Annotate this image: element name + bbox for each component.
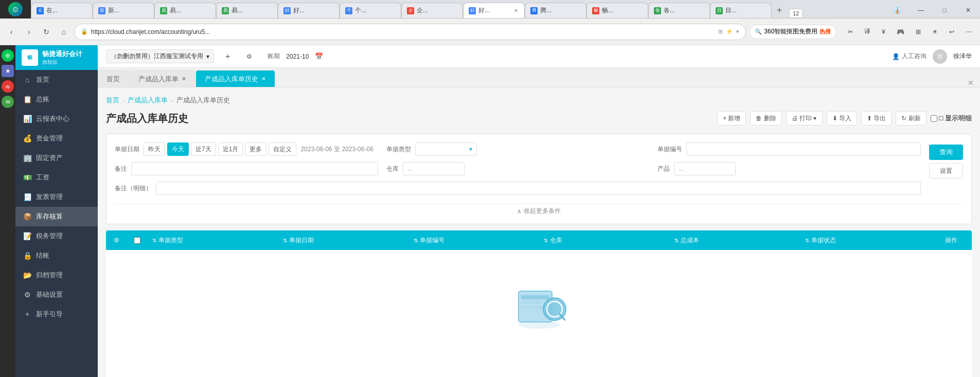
th-doc-status[interactable]: ⇅ 单据状态 [800, 236, 931, 245]
back-button[interactable]: ‹ [4, 25, 19, 39]
page-tab-home[interactable]: 首页 [98, 70, 129, 87]
minimize-button[interactable]: — [909, 3, 933, 18]
tab-t11[interactable]: 各 各... [648, 3, 710, 18]
th-checkbox[interactable] [127, 237, 147, 244]
sidebar-item-ledger[interactable]: 📋 总账 [15, 89, 98, 109]
refresh-button[interactable]: ↻ [39, 25, 54, 39]
sidebar-item-settings[interactable]: ⚙ 基础设置 [15, 285, 98, 304]
print-button[interactable]: 🖨 打印 ▾ [786, 111, 823, 125]
yuan-button[interactable]: ¥ [878, 25, 889, 39]
warehouse-select[interactable]: ... [403, 162, 465, 175]
tab-t5[interactable]: 好 好... [278, 3, 340, 18]
today-btn[interactable]: 今天 [167, 142, 189, 156]
month-btn[interactable]: 近1月 [218, 142, 243, 156]
tab-favicon-t10: 畅 [592, 7, 599, 14]
tab-t3[interactable]: 易 易... [154, 3, 216, 18]
ext-icon-4[interactable]: ✉ [2, 96, 14, 108]
sidebar-item-archive[interactable]: 📂 归档管理 [15, 265, 98, 285]
add-button[interactable]: + 新增 [717, 111, 746, 125]
remarks-detail-input[interactable] [156, 182, 921, 195]
th-doc-number[interactable]: ⇅ 单据编号 [408, 236, 539, 245]
show-col-checkbox[interactable] [931, 115, 937, 122]
theme-button[interactable]: ☀ [928, 25, 942, 39]
sidebar-item-settle[interactable]: 🔒 结账 [15, 246, 98, 265]
sidebar-item-fixed[interactable]: 🏢 固定资产 [15, 148, 98, 168]
export-button[interactable]: ⬆ 导出 [861, 111, 892, 125]
ext-icon-1[interactable]: ⊕ [2, 49, 14, 62]
week-btn[interactable]: 近7天 [191, 142, 216, 156]
th-warehouse[interactable]: ⇅ 仓库 [539, 236, 669, 245]
company-settings-button[interactable]: ⚙ [241, 49, 257, 64]
page-tab-list[interactable]: 产成品入库单 ✕ [130, 70, 195, 87]
page-tab-list-close[interactable]: ✕ [182, 76, 186, 82]
forward-button[interactable]: › [22, 25, 36, 39]
setting-button[interactable]: 设置 [929, 163, 963, 178]
maximize-button[interactable]: □ [933, 3, 956, 18]
tab-t9[interactable]: 腾 腾... [525, 3, 586, 18]
sidebar-label-fund: 资金管理 [36, 134, 63, 143]
sidebar-item-salary[interactable]: 💵 工资 [15, 168, 98, 187]
ext-icon-2[interactable]: ★ [2, 65, 14, 77]
tab-close-t8[interactable]: ✕ [513, 7, 519, 14]
settings-col-icon: ⚙ [114, 237, 119, 244]
new-tab-button[interactable]: + [772, 3, 787, 18]
tab-t6[interactable]: 个 个... [340, 3, 401, 18]
select-all-checkbox[interactable] [134, 237, 140, 244]
calendar-icon[interactable]: 📅 [315, 52, 323, 60]
doc-type-select[interactable]: ▾ [415, 142, 477, 156]
shirt-icon[interactable]: 👔 [885, 3, 909, 18]
tab-t2[interactable]: 新 新... [93, 3, 154, 18]
tab-area-close-icon[interactable]: ✕ [968, 79, 974, 87]
breadcrumb-home[interactable]: 首页 [106, 96, 119, 105]
tab-t1[interactable]: 在 在... [31, 3, 93, 18]
tab-t4[interactable]: 易 易... [216, 3, 278, 18]
sidebar-item-home[interactable]: ⌂ 首页 [15, 70, 98, 89]
more-menu-button[interactable]: ⋯ [961, 25, 976, 39]
app-sidebar: 畅 畅捷通好会计 旗舰版 ⌂ 首页 📋 总账 📊 云报表中心 [15, 45, 98, 377]
custom-btn[interactable]: 自定义 [269, 142, 296, 156]
doc-number-input[interactable] [686, 142, 921, 156]
sidebar-item-fund[interactable]: 💰 资金管理 [15, 129, 98, 148]
th-total-cost[interactable]: ⇅ 总成本 [669, 236, 800, 245]
ai-service-button[interactable]: 👤 人工咨询 [892, 52, 926, 61]
th-doc-date[interactable]: ⇅ 单据日期 [278, 236, 408, 245]
refresh-button-action[interactable]: ↻ 刷新 [896, 111, 926, 125]
product-select[interactable]: ... [674, 162, 736, 175]
page-tab-history[interactable]: 产成品入库单历史 ✕ [196, 70, 275, 87]
tab-count[interactable]: 12 [789, 9, 803, 18]
tab-t10[interactable]: 畅 畅... [586, 3, 648, 18]
breadcrumb-list[interactable]: 产成品入库单 [128, 96, 168, 105]
app-header: （勿删勿禁用）江西服宝测试专用 ▾ + ⚙ 账期 2021-10 📅 👤 人工咨… [98, 45, 980, 68]
import-button[interactable]: ⬇ 导入 [827, 111, 857, 125]
sidebar-item-inventory[interactable]: 📦 库存核算 [15, 207, 98, 226]
grid-view-button[interactable]: ⊞ [912, 25, 925, 39]
th-doc-type[interactable]: ⇅ 单据类型 [147, 236, 278, 245]
avatar-initials: 徐 [937, 52, 943, 60]
query-button[interactable]: 查询 [929, 145, 963, 160]
undo-button[interactable]: ↩ [945, 25, 958, 39]
scissors-button[interactable]: ✂ [844, 25, 857, 39]
home-button[interactable]: ⌂ [57, 25, 71, 39]
sidebar-item-tax[interactable]: 📝 税务管理 [15, 226, 98, 246]
yesterday-btn[interactable]: 昨天 [144, 142, 165, 156]
sidebar-item-guide[interactable]: ＋ 新手引导 [15, 304, 98, 324]
tab-t12[interactable]: 目 目... [710, 3, 772, 18]
th-settings[interactable]: ⚙ [106, 237, 127, 244]
tab-t7[interactable]: 企 企... [401, 3, 463, 18]
collapse-button[interactable]: ∧ 收起更多条件 [115, 203, 963, 216]
page-tab-history-close[interactable]: ✕ [261, 76, 266, 82]
smart-search-bar[interactable]: 🔍 360智能抠图免费用 热搜 [749, 25, 836, 39]
add-company-button[interactable]: + [220, 49, 235, 64]
delete-button[interactable]: 🗑 删除 [750, 111, 781, 125]
sidebar-item-invoice[interactable]: 🧾 发票管理 [15, 187, 98, 207]
address-input[interactable]: 🔒 https://cloud.chanjet.com/accounting/u… [74, 24, 746, 40]
translate-button[interactable]: 译 [860, 25, 875, 39]
ext-icon-3[interactable]: w [2, 80, 14, 93]
tab-t8[interactable]: 好 好... ✕ [463, 3, 525, 18]
game-button[interactable]: 🎮 [893, 25, 908, 39]
company-selector[interactable]: （勿删勿禁用）江西服宝测试专用 ▾ [106, 49, 214, 63]
more-btn[interactable]: 更多 [245, 142, 266, 156]
close-button[interactable]: ✕ [956, 3, 980, 18]
remarks-input[interactable] [131, 162, 378, 175]
sidebar-item-report[interactable]: 📊 云报表中心 [15, 109, 98, 129]
